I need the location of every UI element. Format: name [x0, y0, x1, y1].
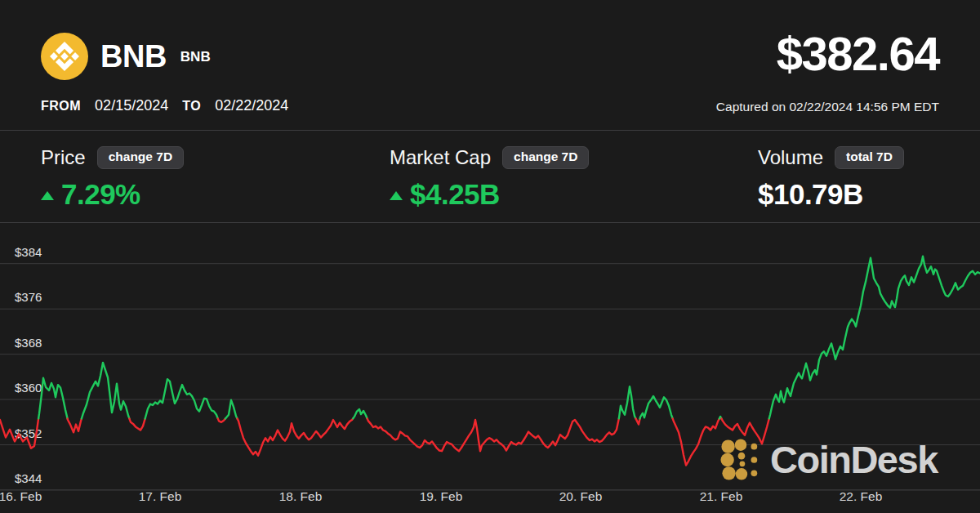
coindesk-watermark: CoinDesk [719, 437, 938, 482]
stat-price-value-row: 7.29% [41, 178, 184, 211]
stat-price: Price change 7D 7.29% [41, 131, 184, 211]
stat-price-label: Price [41, 146, 86, 169]
stat-market-cap-label: Market Cap [390, 146, 491, 169]
stat-price-value: 7.29% [61, 178, 140, 211]
svg-text:$384: $384 [15, 245, 42, 259]
coin-header: BNB BNB [41, 33, 211, 80]
stat-price-badge: change 7D [97, 146, 184, 169]
coin-ticker: BNB [180, 49, 211, 65]
svg-text:$344: $344 [15, 471, 42, 485]
stat-volume-value-row: $10.79B [758, 178, 904, 211]
coin-name: BNB [100, 39, 167, 74]
date-range: FROM 02/15/2024 TO 02/22/2024 [41, 97, 288, 114]
svg-text:$368: $368 [15, 336, 42, 350]
from-date: 02/15/2024 [95, 97, 168, 114]
stat-market-cap: Market Cap change 7D $4.25B [390, 131, 589, 211]
stat-volume-label: Volume [758, 146, 823, 169]
current-price: $382.64 [777, 26, 939, 81]
stat-market-cap-value-row: $4.25B [390, 178, 589, 211]
coindesk-price-card: BNB BNB $382.64 FROM 02/15/2024 TO 02/22… [0, 0, 980, 513]
coindesk-wordmark: CoinDesk [770, 437, 938, 482]
svg-text:20. Feb: 20. Feb [559, 489, 603, 503]
svg-text:22. Feb: 22. Feb [840, 489, 883, 503]
stats-band: Price change 7D 7.29% Market Cap change … [0, 130, 980, 223]
from-label: FROM [41, 99, 81, 114]
captured-timestamp: Captured on 02/22/2024 14:56 PM EDT [716, 100, 939, 114]
svg-text:$376: $376 [15, 290, 42, 304]
svg-text:21. Feb: 21. Feb [700, 489, 743, 503]
stat-market-cap-value: $4.25B [410, 178, 500, 211]
svg-text:$360: $360 [15, 381, 42, 395]
svg-text:16. Feb: 16. Feb [0, 489, 42, 503]
coindesk-dots-icon [719, 439, 762, 481]
up-triangle-icon [41, 191, 54, 200]
svg-text:19. Feb: 19. Feb [420, 489, 463, 503]
svg-text:17. Feb: 17. Feb [139, 489, 182, 503]
stat-volume-value: $10.79B [758, 178, 863, 211]
svg-text:18. Feb: 18. Feb [279, 489, 323, 503]
up-triangle-icon [390, 191, 403, 200]
bnb-coin-icon [41, 33, 88, 80]
stat-volume-badge: total 7D [835, 146, 904, 169]
to-label: TO [182, 99, 201, 114]
stat-market-cap-badge: change 7D [502, 146, 589, 169]
to-date: 02/22/2024 [215, 97, 288, 114]
stat-volume: Volume total 7D $10.79B [758, 131, 904, 211]
